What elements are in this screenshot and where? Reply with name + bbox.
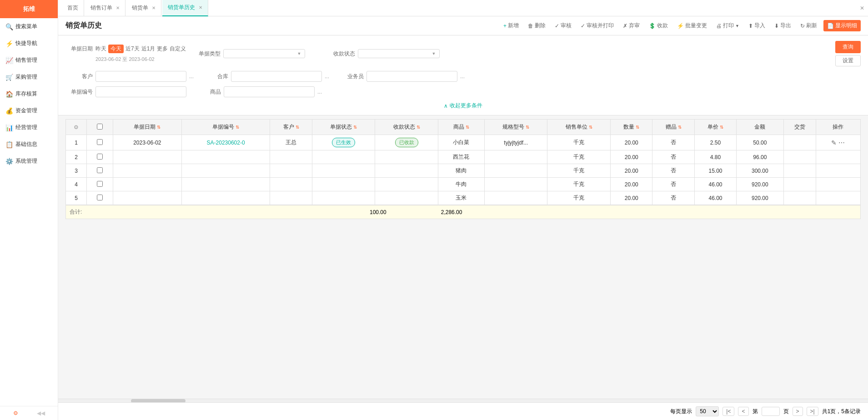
prev-page-button[interactable]: < — [738, 407, 748, 416]
table-row: 3猪肉千克20.00否15.00300.00 — [66, 164, 861, 178]
date-today[interactable]: 今天 — [108, 45, 124, 53]
payment-status-select[interactable]: ▼ — [358, 49, 440, 58]
row-checkbox[interactable] — [87, 178, 113, 191]
audit-print-button[interactable]: ✓ 审核并打印 — [578, 20, 617, 31]
date-custom[interactable]: 自定义 — [170, 45, 186, 53]
tab-sales-order-close[interactable]: ✕ — [116, 5, 120, 10]
row-checkbox[interactable] — [87, 164, 113, 178]
add-button[interactable]: + 新增 — [501, 20, 522, 31]
th-customer[interactable]: 客户⇅ — [270, 120, 312, 135]
customer-search-icon[interactable]: ... — [189, 73, 194, 80]
sidebar-item-finance-mgmt[interactable]: 💰 资金管理 — [0, 102, 58, 119]
date-7days[interactable]: 近7天 — [125, 45, 140, 53]
tab-sales-delivery-close[interactable]: ✕ — [152, 5, 156, 10]
row-num: 4 — [66, 178, 87, 191]
date-yesterday[interactable]: 昨天 — [95, 45, 106, 53]
sidebar-item-basic-info[interactable]: 📋 基础信息 — [0, 136, 58, 153]
import-button[interactable]: ⬆ 导入 — [746, 20, 768, 31]
row-gift: 否 — [652, 135, 694, 150]
settings-footer-icon[interactable]: ⚙ — [13, 410, 18, 416]
sidebar-item-operation-mgmt[interactable]: 📊 经营管理 — [0, 119, 58, 136]
th-doc-no[interactable]: 单据编号⇅ — [181, 120, 270, 135]
add-icon: + — [503, 23, 507, 29]
horizontal-scrollbar[interactable] — [58, 399, 868, 402]
more-action[interactable]: ⋯ — [838, 139, 845, 146]
print-button[interactable]: 🖨 打印 ▼ — [713, 20, 742, 31]
th-gift[interactable]: 赠品⇅ — [652, 120, 694, 135]
th-product[interactable]: 商品⇅ — [438, 120, 484, 135]
table-summary: 合计: 100.00 2,286.00 — [65, 205, 861, 219]
doc-type-select[interactable]: ▼ — [223, 49, 305, 58]
sidebar-item-purchase-mgmt[interactable]: 🛒 采购管理 — [0, 69, 58, 85]
customer-input[interactable] — [95, 71, 186, 82]
th-payment-status[interactable]: 收款状态⇅ — [375, 120, 438, 135]
next-page-button[interactable]: > — [793, 407, 803, 416]
export-button[interactable]: ⬇ 导出 — [772, 20, 794, 31]
collapse-icon[interactable]: ◀◀ — [37, 410, 45, 416]
sidebar-item-system-mgmt[interactable]: ⚙️ 系统管理 — [0, 153, 58, 170]
th-doc-status[interactable]: 单据状态⇅ — [312, 120, 375, 135]
close-all-tabs[interactable]: ✕ — [860, 5, 864, 11]
product-search-icon[interactable]: ... — [317, 89, 322, 95]
tab-sales-delivery[interactable]: 销货单 ✕ — [126, 0, 161, 16]
tab-sales-order[interactable]: 销售订单 ✕ — [85, 0, 125, 16]
row-sales-unit: 千克 — [547, 164, 611, 178]
batch-change-button[interactable]: ⚡ 批量变更 — [674, 20, 710, 31]
row-checkbox[interactable] — [87, 150, 113, 164]
select-all-checkbox[interactable] — [97, 124, 103, 130]
sidebar-item-quick-nav[interactable]: ⚡ 快捷导航 — [0, 35, 58, 52]
doc-no-link[interactable]: SA-20230602-0 — [207, 140, 245, 146]
row-customer — [270, 164, 312, 178]
doc-type-dropdown-icon: ▼ — [297, 51, 301, 56]
row-doc-status — [312, 164, 375, 178]
sidebar-item-inventory-calc[interactable]: 🏠 库存核算 — [0, 85, 58, 102]
collect-button[interactable]: 💲 收款 — [646, 20, 671, 31]
row-checkbox[interactable] — [87, 135, 113, 150]
query-button[interactable]: 查询 — [835, 41, 861, 53]
settings-button[interactable]: 设置 — [835, 55, 861, 66]
doc-no-input[interactable] — [95, 86, 186, 97]
export-icon: ⬇ — [774, 23, 779, 29]
th-checkbox — [87, 120, 113, 135]
row-spec-type — [484, 191, 547, 205]
date-more[interactable]: 更多 — [157, 45, 168, 53]
page-number-input[interactable]: 1 — [762, 407, 780, 416]
staff-input[interactable] — [366, 71, 457, 82]
row-checkbox[interactable] — [87, 191, 113, 205]
th-unit-price[interactable]: 单价⇅ — [694, 120, 736, 135]
th-quantity[interactable]: 数量⇅ — [611, 120, 652, 135]
product-input[interactable] — [224, 86, 315, 97]
system-icon: ⚙️ — [5, 158, 13, 165]
abandon-button[interactable]: ✗ 弃审 — [620, 20, 642, 31]
summary-label: 合计: — [70, 208, 97, 216]
th-sales-unit[interactable]: 销售单位⇅ — [547, 120, 611, 135]
edit-action[interactable]: ✎ — [831, 139, 837, 146]
collapse-filter-button[interactable]: ∧ 收起更多条件 — [65, 102, 861, 110]
staff-search-icon[interactable]: ... — [460, 73, 465, 80]
tab-home[interactable]: 首页 — [62, 0, 84, 16]
row-doc-date — [113, 164, 181, 178]
row-num: 5 — [66, 191, 87, 205]
th-spec-type[interactable]: 规格型号⇅ — [484, 120, 547, 135]
row-quantity: 20.00 — [611, 191, 652, 205]
delete-icon: 🗑 — [528, 23, 533, 29]
tab-sales-history[interactable]: 销货单历史 ✕ — [162, 0, 208, 16]
warehouse-input[interactable] — [231, 71, 322, 82]
th-doc-date[interactable]: 单据日期⇅ — [113, 120, 181, 135]
filter-product: 商品 ... — [194, 86, 322, 97]
date-1month[interactable]: 近1月 — [141, 45, 156, 53]
first-page-button[interactable]: |< — [722, 407, 734, 416]
audit-button[interactable]: ✓ 审核 — [552, 20, 574, 31]
refresh-button[interactable]: ↻ 刷新 — [798, 20, 820, 31]
print-icon: 🖨 — [716, 23, 722, 29]
delete-button[interactable]: 🗑 删除 — [525, 20, 548, 31]
tab-sales-history-close[interactable]: ✕ — [199, 5, 202, 10]
sidebar-item-search-menu[interactable]: 🔍 搜索菜单 — [0, 18, 58, 35]
per-page-select[interactable]: 50 100 200 — [696, 406, 719, 416]
row-transaction — [783, 178, 816, 191]
sidebar-item-sales-mgmt[interactable]: 📈 销售管理 — [0, 52, 58, 69]
show-detail-button[interactable]: 📄 显示明细 — [823, 20, 861, 31]
th-settings[interactable]: ⚙ — [66, 120, 87, 135]
last-page-button[interactable]: >| — [807, 407, 818, 416]
warehouse-search-icon[interactable]: ... — [325, 73, 329, 80]
